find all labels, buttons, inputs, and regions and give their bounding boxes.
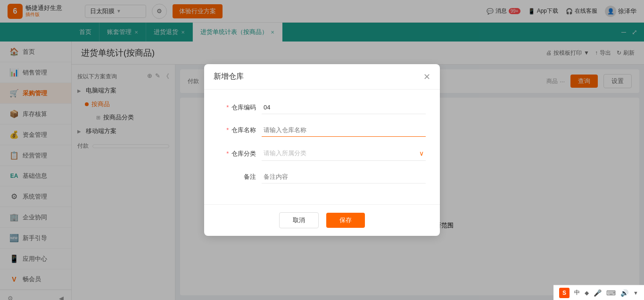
modal-header: 新增仓库 ✕ <box>204 64 440 90</box>
form-row-name: * 仓库名称 <box>218 124 426 137</box>
cancel-button[interactable]: 取消 <box>279 212 319 228</box>
bottom-caret-icon[interactable]: ▼ <box>633 290 638 296</box>
remark-input[interactable] <box>262 170 426 183</box>
name-label-text: 仓库名称 <box>231 126 256 133</box>
form-row-category: * 仓库分类 请输入所属分类 ∨ <box>218 146 426 161</box>
s-logo: S <box>559 288 570 298</box>
category-label: * 仓库分类 <box>218 150 256 158</box>
form-row-code: * 仓库编码 <box>218 101 426 114</box>
form-row-remark: 备注 <box>218 170 426 183</box>
code-required-mark: * <box>226 104 229 111</box>
code-label: * 仓库编码 <box>218 103 256 112</box>
bottom-mic-icon[interactable]: 🎤 <box>594 289 602 297</box>
status-bar: S 中 ◆ 🎤 ⌨ 🔊 ▼ <box>553 285 644 300</box>
code-input[interactable] <box>262 101 426 114</box>
category-select-arrow: ∨ <box>419 150 424 157</box>
bottom-keyboard-icon[interactable]: ⌨ <box>606 289 616 297</box>
new-warehouse-modal: 新增仓库 ✕ * 仓库编码 * 仓库名称 <box>204 64 440 236</box>
modal-overlay[interactable]: 新增仓库 ✕ * 仓库编码 * 仓库名称 <box>0 0 644 300</box>
bottom-dot-icon: ◆ <box>585 290 589 296</box>
category-required-mark: * <box>226 150 229 157</box>
modal-footer: 取消 保存 <box>204 204 440 236</box>
name-label: * 仓库名称 <box>218 126 256 134</box>
modal-close-button[interactable]: ✕ <box>423 73 430 81</box>
remark-label-text: 备注 <box>244 173 256 180</box>
remark-label: 备注 <box>218 173 256 181</box>
bottom-cn-label: 中 <box>574 289 580 297</box>
name-input[interactable] <box>262 124 426 137</box>
save-button[interactable]: 保存 <box>326 213 365 228</box>
bottom-speaker-icon[interactable]: 🔊 <box>620 289 628 297</box>
category-select[interactable]: 请输入所属分类 ∨ <box>262 146 426 161</box>
category-placeholder: 请输入所属分类 <box>264 149 306 158</box>
code-label-text: 仓库编码 <box>231 104 256 111</box>
modal-body: * 仓库编码 * 仓库名称 * 仓库分类 请输入所属 <box>204 90 440 204</box>
modal-title: 新增仓库 <box>214 72 244 82</box>
name-required-mark: * <box>226 126 229 133</box>
category-label-text: 仓库分类 <box>231 150 256 157</box>
